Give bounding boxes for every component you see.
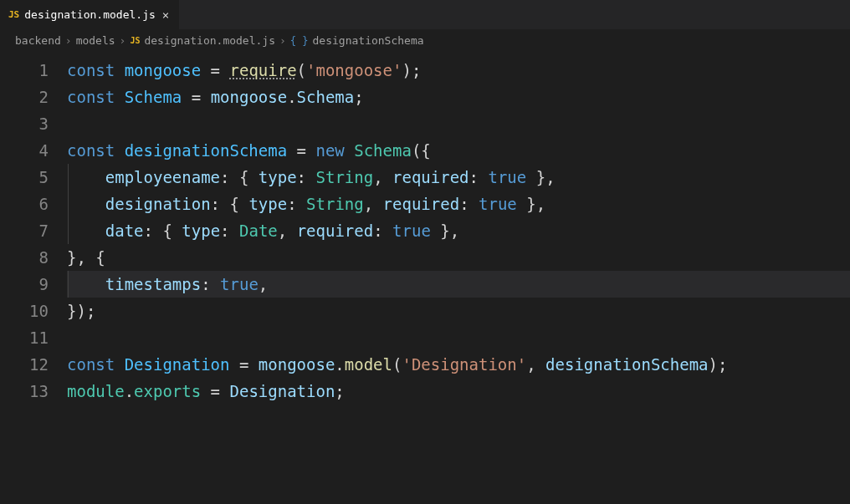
line-number: 12 bbox=[0, 351, 49, 378]
code-line: const Designation = mongoose.model('Desi… bbox=[67, 351, 850, 378]
code-line: designation: { type: String, required: t… bbox=[67, 191, 850, 217]
line-number: 13 bbox=[0, 378, 49, 405]
code-line-current: timestamps: true, bbox=[67, 271, 850, 298]
editor: 1 2 3 4 5 6 7 8 9 10 11 12 13 const mong… bbox=[0, 53, 850, 504]
code-line: }); bbox=[67, 298, 850, 324]
breadcrumb-item-models[interactable]: models bbox=[76, 34, 115, 47]
code-line bbox=[67, 324, 850, 351]
code-line: date: { type: Date, required: true }, bbox=[67, 217, 850, 244]
breadcrumb-item-file[interactable]: designation.model.js bbox=[144, 34, 275, 47]
line-number: 7 bbox=[0, 217, 49, 244]
js-icon: JS bbox=[130, 36, 140, 45]
breadcrumb-item-backend[interactable]: backend bbox=[15, 34, 61, 47]
close-icon[interactable]: × bbox=[161, 7, 171, 23]
code-area[interactable]: const mongoose = require('mongoose'); co… bbox=[67, 53, 850, 504]
line-number: 3 bbox=[0, 110, 49, 137]
code-line bbox=[67, 110, 850, 137]
line-number: 4 bbox=[0, 137, 49, 164]
line-number: 5 bbox=[0, 164, 49, 191]
code-line: employeename: { type: String, required: … bbox=[67, 164, 850, 191]
tab-active[interactable]: JS designation.model.js × bbox=[0, 0, 180, 29]
breadcrumb-item-symbol[interactable]: designationSchema bbox=[313, 34, 424, 47]
code-line: const designationSchema = new Schema({ bbox=[67, 137, 850, 164]
js-icon: JS bbox=[8, 9, 19, 20]
line-number: 2 bbox=[0, 84, 49, 110]
tab-label: designation.model.js bbox=[24, 8, 156, 21]
tab-bar: JS designation.model.js × bbox=[0, 0, 850, 29]
chevron-right-icon: › bbox=[65, 34, 72, 47]
line-number: 9 bbox=[0, 271, 49, 298]
code-line: module.exports = Designation; bbox=[67, 378, 850, 405]
code-line: const mongoose = require('mongoose'); bbox=[67, 57, 850, 84]
chevron-right-icon: › bbox=[279, 34, 286, 47]
breadcrumb: backend › models › JS designation.model.… bbox=[0, 29, 850, 53]
line-number: 10 bbox=[0, 298, 49, 324]
symbol-icon: { } bbox=[290, 35, 309, 47]
line-number: 11 bbox=[0, 324, 49, 351]
code-line: const Schema = mongoose.Schema; bbox=[67, 84, 850, 110]
line-number: 6 bbox=[0, 191, 49, 217]
line-number: 1 bbox=[0, 57, 49, 84]
line-number: 8 bbox=[0, 244, 49, 271]
gutter: 1 2 3 4 5 6 7 8 9 10 11 12 13 bbox=[0, 53, 67, 504]
chevron-right-icon: › bbox=[120, 34, 126, 47]
code-line: }, { bbox=[67, 244, 850, 271]
